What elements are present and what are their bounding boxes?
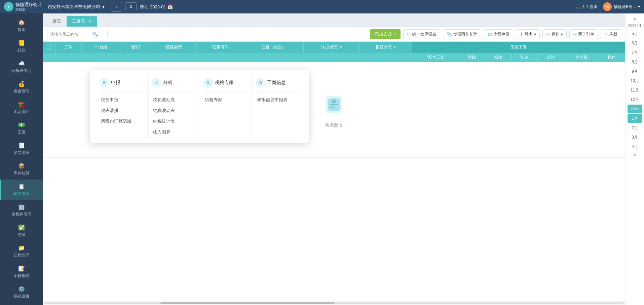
headset-icon: 🎧 [575,4,580,9]
sidebar-item-ledger[interactable]: 📒 总账 [0,36,43,56]
refresh-button[interactable]: ↻ 刷新 [601,29,621,39]
sidebar-item-guide[interactable]: 🎯 新手引导 [0,303,43,305]
sidebar-item-home[interactable]: 🏠 首页 [0,15,43,36]
sidebar-item-label: 工资 [17,129,26,135]
menu-item-income-tax-settlement[interactable]: 所得税汇算清缴 [100,116,143,127]
select-all-checkbox[interactable] [47,45,51,50]
sidebar-item-basic-settings[interactable]: ⚙️ 基础设置 [0,282,43,303]
special-deduction-button[interactable]: 📎 专项附加扣除 [443,29,481,39]
menu-item-annual-report[interactable]: 年报信息申报表 [256,94,300,105]
cal-month-5[interactable]: 5月 [628,29,642,38]
sidebar-item-fund[interactable]: 💰 资金管理 [0,77,43,98]
tab-home[interactable]: 首页 [47,16,67,27]
sidebar: 🏠 首页 📒 总账 ☁️ 云报表中心 💰 资金管理 🏗️ 固定资产 💵 工资 🧾… [0,13,43,305]
cal-month-1-active[interactable]: 1月 [628,114,642,123]
col-id-type: *证据类型 [150,42,197,53]
tax-expert-icon [203,78,213,87]
operation-button[interactable]: ⚙ 操作 ▾ [542,29,567,39]
report-icon: 📝 [18,265,25,272]
col-group-salary: 应发工资 [412,42,625,53]
cal-month-4[interactable]: 4月 [628,142,642,151]
col-allowance: 津贴 [459,53,485,62]
sidebar-item-inventory[interactable]: 📦 库存核算 [0,159,43,180]
search-box[interactable]: 🔍 [47,30,108,38]
cal-nav-up[interactable]: ▲ [630,15,640,22]
cal-month-11[interactable]: 11月 [628,86,642,94]
sidebar-item-label: 总账 [17,47,26,53]
export-button[interactable]: ⬇ 导出 ▾ [516,29,540,39]
svg-point-5 [332,99,336,103]
cal-month-9[interactable]: 9月 [628,67,642,76]
cal-month-6[interactable]: 6月 [628,39,642,47]
sidebar-item-xiaochang[interactable]: 📝 小畅报销 [0,262,43,282]
menu-item-tax-expert[interactable]: 税检专家 [203,94,247,105]
inventory-icon: 📦 [18,162,25,169]
declaration-col-title: 申报 [111,80,120,86]
dropdown-col-tax-expert: 税检专家 税检专家 [199,75,252,138]
guide-button[interactable]: ◎ 新手引导 [569,29,598,39]
tax-expert-col-title: 税检专家 [215,80,234,86]
col-employee-id: 工号 [55,42,81,53]
top-bar: 畅捷通好会计 旗舰版 西安虾米网络科技有限公司 ▾ ＋ ⚙ 账期 2023-01… [0,0,644,13]
sidebar-item-closing[interactable]: ✅ 结账 [0,221,43,241]
cal-month-10[interactable]: 10月 [628,76,642,85]
menu-item-tax-fluctuation[interactable]: 税负波动表 [152,94,195,105]
cal-month-2[interactable]: 2月 [628,123,642,132]
add-person-button[interactable]: 添加人员 ▾ [370,29,401,39]
sidebar-item-invoice[interactable]: 🧾 发票管理 [0,139,43,159]
menu-item-tax-declaration[interactable]: 税务申报 [100,94,143,105]
add-company-button[interactable]: ＋ [111,2,122,12]
cal-month-3[interactable]: 3月 [628,133,642,142]
empty-state-icon [320,91,347,118]
fixed-assets-icon: 🏗️ [18,101,25,108]
ledger-icon: 📒 [18,39,25,46]
settings-icon-button[interactable]: ⚙ [125,2,137,11]
avatar: 畅 [603,2,612,11]
col-id-number: *证据号码 [196,42,243,53]
sidebar-item-cloud-report[interactable]: ☁️ 云报表中心 [0,56,43,77]
personal-tax-button[interactable]: 🗂 个税申报 [484,29,513,39]
col-person-status: *人员状态 ▼ [303,42,359,53]
tab-close-icon[interactable]: ✕ [88,19,91,24]
sidebar-item-label: 发票管理 [13,150,30,156]
company-selector[interactable]: 西安虾米网络科技有限公司 ▾ [45,2,107,11]
cal-month-8[interactable]: 8月 [628,58,642,66]
analysis-col-title: 分析 [163,80,173,86]
social-security-button[interactable]: ⚙ 统一社保设置 [403,29,440,39]
sidebar-item-label: 小畅报销 [13,273,30,279]
dropdown-col-declaration-header: 申报 [100,75,143,92]
sidebar-item-multi-org[interactable]: 🏢 多机构管理 [0,200,43,221]
col-name: ⇅*姓名 [81,42,120,53]
search-input[interactable] [50,32,90,37]
calendar-icon[interactable]: 📅 [167,4,173,9]
col-deduction: 扣款 [512,53,538,62]
svg-rect-4 [330,107,335,108]
top-bar-left: 畅捷通好会计 旗舰版 西安虾米网络科技有限公司 ▾ ＋ ⚙ 账期 2023-01… [4,2,173,12]
tab-salary-table[interactable]: 工资表 ✕ [67,16,97,27]
menu-item-income-estimate[interactable]: 收入测算 [152,127,195,138]
menu-item-tax-payment-fluctuation[interactable]: 纳税波动表 [152,105,195,116]
sidebar-item-archive[interactable]: 📁 归档管理 [0,241,43,262]
cal-month-7[interactable]: 7月 [628,48,642,57]
operation-dropdown-icon: ▾ [561,32,563,37]
fund-icon: 💰 [18,80,25,87]
support-button[interactable]: 🎧 人工咨询 [575,4,598,10]
menu-item-tax-table[interactable]: 税表清册 [100,105,143,116]
business-info-col-title: 工商信息 [267,80,286,86]
sidebar-item-tax[interactable]: 📋 税务管理 [0,180,43,200]
scroll-thumb[interactable] [160,302,334,304]
sidebar-item-salary[interactable]: 💵 工资 [0,118,43,139]
operation-icon: ⚙ [546,32,550,37]
guide-btn-icon: ◎ [573,32,577,37]
content-area: 首页 工资表 ✕ 🔍 添加人员 ▾ ⚙ 统一社保设置 📎 [43,13,625,305]
menu-item-tax-statistics[interactable]: 纳税统计表 [152,116,195,127]
sidebar-item-fixed-assets[interactable]: 🏗️ 固定资产 [0,98,43,118]
sidebar-item-label: 固定资产 [13,109,30,115]
person-status-filter-icon[interactable]: ▼ [339,45,343,49]
cal-nav-down[interactable]: ▼ [630,151,640,159]
cal-month-12[interactable]: 12月 [628,95,642,104]
report-status-filter-icon[interactable]: ▼ [393,45,396,49]
app-logo-icon [4,2,13,11]
bottom-scrollbar[interactable] [43,301,625,305]
user-info[interactable]: 畅 畅捷通B组... ▾ [603,2,640,11]
